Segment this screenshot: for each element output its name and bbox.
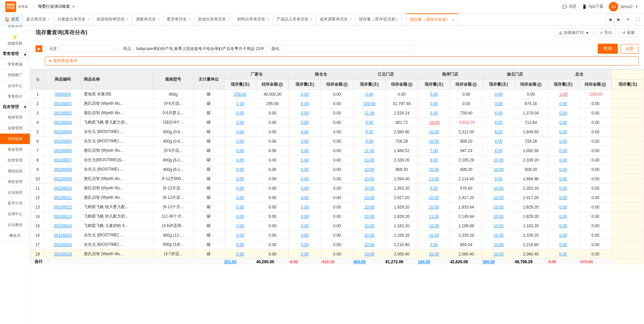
query-btn[interactable]: 查询: [598, 44, 618, 54]
row-w1-stock[interactable]: 0.00: [224, 165, 256, 174]
row-t-stock[interactable]: 0.00: [547, 165, 579, 174]
tab-kucun1[interactable]: 现存量（库存状况表） ×: [356, 13, 407, 26]
tab-prev-btn[interactable]: ◀: [606, 13, 614, 26]
row-t-stock[interactable]: 0.00: [547, 202, 579, 212]
msg-btn[interactable]: 💬 消息: [562, 4, 577, 9]
row-w2-stock[interactable]: 0.00: [289, 146, 321, 155]
row-w1-stock[interactable]: 0.00: [224, 155, 256, 165]
row-t-stock[interactable]: 0.00: [547, 231, 579, 240]
row-code[interactable]: 00100004: [45, 127, 81, 137]
luchen-amt-info[interactable]: i: [343, 82, 348, 87]
row-w3-stock[interactable]: 10.00: [353, 155, 385, 165]
sidebar-item-retailstats[interactable]: 零售统计: [0, 91, 30, 102]
row-t-stock[interactable]: 0.00: [547, 193, 579, 202]
tab-diaobo[interactable]: 调拨单历史 ×: [132, 13, 164, 26]
row-w4-stock[interactable]: 10.00: [418, 193, 450, 202]
row-w5-stock[interactable]: 8.00: [483, 118, 515, 127]
row-w1-stock[interactable]: 0.00: [224, 146, 256, 155]
row-w1-stock[interactable]: 0.00: [224, 221, 256, 231]
row-w5-stock[interactable]: 9.00: [483, 174, 515, 184]
sidebar-item-appstore[interactable]: 应用中心: [0, 209, 30, 220]
tab-qita-close[interactable]: ×: [228, 17, 230, 21]
sidebar-item-quick[interactable]: ⚡ 快捷导航: [0, 31, 30, 49]
row-t-stock[interactable]: 0.00: [547, 146, 579, 155]
row-t-stock[interactable]: 0.00: [547, 127, 579, 137]
row-w2-stock[interactable]: 0.00: [289, 137, 321, 146]
row-w5-stock[interactable]: 10.00: [483, 231, 515, 240]
row-w5-stock[interactable]: 8.00: [483, 127, 515, 137]
color-input[interactable]: [281, 45, 416, 53]
row-w3-stock[interactable]: 10.00: [353, 202, 385, 212]
tab-fenliang-close[interactable]: ×: [88, 17, 90, 21]
expand-conditions-btn[interactable]: ▼ 展开更多条件: [45, 56, 639, 65]
row-w3-stock[interactable]: 10.00: [353, 193, 385, 202]
row-w4-stock[interactable]: 10.00: [418, 127, 450, 137]
tab-cailiao[interactable]: 材料出库单历史 ×: [234, 13, 273, 26]
row-w3-stock[interactable]: 10.00: [353, 212, 385, 221]
row-w5-stock[interactable]: 10.00: [483, 202, 515, 212]
row-w4-stock[interactable]: 0.00: [418, 99, 450, 108]
filter-toggle-btn[interactable]: ▶: [36, 45, 42, 52]
app-dl-btn[interactable]: 📱 App下载: [582, 4, 603, 9]
row-w4-stock[interactable]: 0.00: [418, 90, 450, 99]
row-w4-stock[interactable]: 5.00: [418, 184, 450, 193]
sidebar-item-basic[interactable]: 基础信息: [0, 166, 30, 177]
sidebar-item-inventory[interactable]: 库存核算: [0, 134, 30, 144]
row-w2-stock[interactable]: 0.00: [289, 212, 321, 221]
row-w1-stock[interactable]: 0.00: [224, 231, 256, 240]
tab-kucun1-close[interactable]: ×: [401, 17, 403, 21]
tab-diaobo-close[interactable]: ×: [158, 17, 160, 21]
summary-w5-stock[interactable]: 390.00: [483, 259, 515, 265]
row-code[interactable]: 00100013: [45, 212, 81, 221]
row-code[interactable]: 0000003: [45, 90, 81, 99]
row-w1-stock[interactable]: 0.00: [224, 202, 256, 212]
row-code[interactable]: 00100011: [45, 193, 81, 202]
sidebar-item-newguide[interactable]: 新手引导: [0, 198, 30, 209]
row-t-stock[interactable]: 0.00: [547, 174, 579, 184]
row-w2-stock[interactable]: 0.00: [289, 184, 321, 193]
row-t-stock[interactable]: 0.00: [547, 221, 579, 231]
sidebar-item-enterprise[interactable]: 企业协同: [0, 187, 30, 198]
row-w4-stock[interactable]: 10.00: [418, 137, 450, 146]
row-w3-stock[interactable]: 0.00: [353, 90, 385, 99]
sidebar-item-ecommerce[interactable]: 电商管理: [0, 112, 30, 123]
refresh-btn[interactable]: ↺ 刷新: [619, 28, 639, 37]
row-t-stock[interactable]: 0.00: [547, 249, 579, 259]
row-w1-stock[interactable]: 200.00: [224, 90, 256, 99]
tab-maximize-btn[interactable]: ⛶: [633, 15, 643, 24]
tab-chengben[interactable]: 成本调整单历史 ×: [316, 13, 356, 26]
row-w1-stock[interactable]: 0.00: [224, 127, 256, 137]
row-w5-stock[interactable]: 10.00: [483, 193, 515, 202]
row-w5-stock[interactable]: 10.00: [483, 212, 515, 221]
sidebar-item-system[interactable]: 系统管理: [0, 177, 30, 187]
row-w1-stock[interactable]: 0.00: [224, 137, 256, 146]
tab-chengpin-close[interactable]: ×: [311, 17, 313, 21]
row-w2-stock[interactable]: 0.00: [289, 118, 321, 127]
print-btn[interactable]: 🖨 按模板打印 ▼: [555, 28, 593, 37]
th-settings[interactable]: ⚙: [31, 70, 45, 90]
sidebar-item-retailmall[interactable]: 零售商城: [0, 59, 30, 70]
summary-t-stock[interactable]: -3.00: [547, 259, 579, 265]
goods-input[interactable]: [133, 45, 267, 53]
sidebar-item-operation[interactable]: 经营管理: [0, 155, 30, 166]
row-w3-stock[interactable]: 10.00: [353, 221, 385, 231]
row-w1-stock[interactable]: 0.00: [224, 193, 256, 202]
row-w2-stock[interactable]: 0.00: [289, 249, 321, 259]
row-w2-stock[interactable]: 0.00: [289, 174, 321, 184]
setting-btn[interactable]: 设置: [621, 44, 639, 54]
tab-yaohuo[interactable]: 要货单历史 ×: [163, 13, 195, 26]
row-code[interactable]: 00100006: [45, 146, 81, 155]
row-code[interactable]: 00100009: [45, 174, 81, 184]
summary-w1-stock[interactable]: 201.00: [224, 259, 256, 265]
row-code[interactable]: 00100015: [45, 231, 81, 240]
settings-icon[interactable]: ⚙: [36, 77, 40, 82]
row-code[interactable]: 00100003: [45, 118, 81, 127]
row-w5-stock[interactable]: 10.00: [483, 165, 515, 174]
row-w3-stock[interactable]: 10.00: [353, 165, 385, 174]
row-w1-stock[interactable]: 0.00: [224, 174, 256, 184]
sidebar-group-retail[interactable]: 零售管理 ▲: [0, 49, 30, 59]
row-w4-stock[interactable]: 10.00: [418, 249, 450, 259]
warehouse-dots-btn[interactable]: ...: [115, 46, 119, 52]
row-w2-stock[interactable]: 0.00: [289, 127, 321, 137]
sidebar-group-wholesale[interactable]: 批发管理 ▼: [0, 102, 30, 112]
